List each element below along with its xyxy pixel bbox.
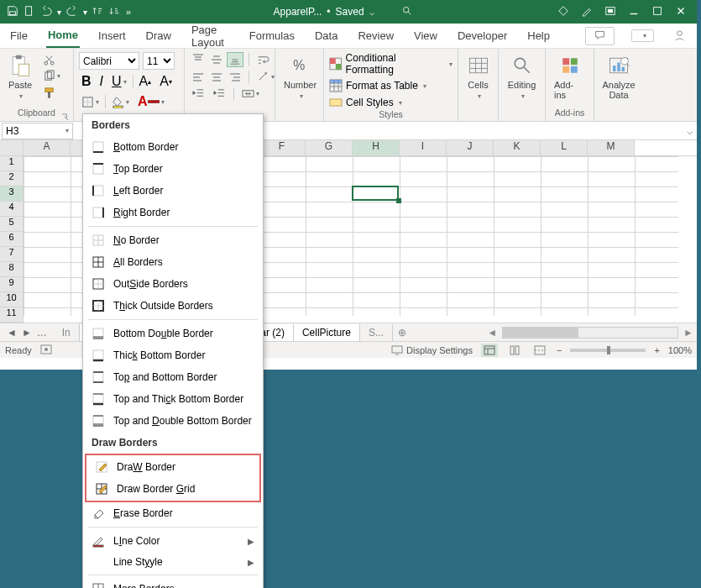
account-icon[interactable] (671, 29, 688, 43)
row-header-3[interactable]: 3 (0, 186, 24, 202)
cell-styles-button[interactable]: Cell Styles▾ (329, 96, 453, 109)
maximize-button[interactable] (651, 5, 663, 19)
menu-line-color[interactable]: LIne Color▶ (83, 530, 263, 552)
selected-cell[interactable] (352, 186, 399, 201)
tab-insert[interactable]: Insert (97, 24, 128, 47)
sheet-tab-partial-left[interactable]: In (54, 324, 80, 341)
tab-formulas[interactable]: Formulas (248, 24, 296, 47)
number-format-button[interactable]: % Number▾ (280, 52, 320, 102)
sheet-nav-more[interactable]: … (37, 327, 47, 339)
row-header-5[interactable]: 5 (0, 217, 24, 232)
align-top[interactable] (190, 52, 207, 67)
format-painter-button[interactable] (40, 86, 63, 100)
zoom-level[interactable]: 100% (668, 345, 692, 355)
align-bottom[interactable] (227, 52, 243, 67)
analyze-data-button[interactable]: Analyze Data (599, 52, 638, 102)
col-header-I[interactable]: I (400, 140, 447, 155)
comments-button[interactable] (585, 27, 615, 45)
menu-right-border[interactable]: Right Border (83, 202, 263, 223)
saved-status-chevron-icon[interactable]: ⌵ (369, 8, 374, 17)
sort-asc-icon[interactable] (92, 5, 104, 19)
fill-handle[interactable] (396, 198, 401, 203)
formula-bar-expand[interactable]: ⌵ (682, 125, 697, 137)
redo-split-icon[interactable]: ▾ (83, 8, 87, 17)
cells-button[interactable]: Cells▾ (463, 52, 493, 102)
col-header-L[interactable]: L (541, 140, 588, 155)
menu-more-borders[interactable]: More Borders... (83, 578, 263, 588)
row-header-2[interactable]: 2 (0, 171, 24, 186)
row-header-9[interactable]: 9 (0, 277, 24, 292)
tab-file[interactable]: File (8, 24, 29, 47)
menu-top-and-double-bottom-border[interactable]: Top and Double Bottom Border (83, 410, 263, 432)
new-icon[interactable] (24, 5, 35, 19)
borders-button[interactable]: ▾ (79, 95, 102, 109)
wrap-text-button[interactable] (254, 53, 272, 67)
menu-erase-border[interactable]: Erase Border (83, 502, 263, 524)
col-header-K[interactable]: K (494, 140, 541, 155)
tab-draw[interactable]: Draw (144, 24, 173, 47)
app-icon[interactable] (604, 5, 616, 19)
menu-top-and-thick-bottom-border[interactable]: Top and Thick Bottom Border (83, 388, 263, 410)
underline-button[interactable]: U▾ (109, 73, 129, 90)
menu-thick-outside-borders[interactable]: Thick Outside Borders (83, 295, 263, 317)
minimize-button[interactable] (628, 5, 640, 19)
hscroll-track[interactable] (502, 327, 678, 339)
merge-button[interactable]: ▾ (239, 87, 262, 101)
paste-button[interactable]: Paste▾ (5, 52, 35, 102)
font-name-select[interactable]: Calibri (79, 52, 139, 70)
select-all-corner[interactable] (0, 140, 24, 155)
menu-thick-bottom-border[interactable]: Thick Bottom Border (83, 344, 263, 366)
tab-review[interactable]: Review (356, 24, 395, 47)
menu-line-style[interactable]: Line Styyle▶ (83, 552, 263, 572)
name-box[interactable]: H3▾ (2, 123, 73, 139)
conditional-formatting-button[interactable]: Conditional Formatting▾ (329, 52, 453, 76)
share-button[interactable]: ▾ (631, 29, 654, 42)
tab-developer[interactable]: Developer (456, 24, 509, 47)
qat-overflow-icon[interactable]: » (126, 7, 131, 17)
row-header-8[interactable]: 8 (0, 262, 24, 277)
increase-font-button[interactable]: A▴ (137, 73, 154, 90)
menu-top-border[interactable]: Top Border (83, 158, 263, 180)
menu-outside-borders[interactable]: OutSide Borders (83, 273, 263, 295)
undo-icon[interactable] (40, 5, 52, 19)
col-header-M[interactable]: M (588, 140, 635, 155)
decrease-indent[interactable] (190, 87, 207, 101)
fill-color-button[interactable]: ▾ (109, 95, 132, 109)
font-color-button[interactable]: A▾ (135, 93, 167, 110)
row-header-4[interactable]: 4 (0, 202, 24, 217)
tab-help[interactable]: Help (526, 24, 552, 47)
row-header-7[interactable]: 7 (0, 247, 24, 262)
menu-draw-border[interactable]: DraW Border (86, 456, 259, 478)
menu-bottom-border[interactable]: Bottom Border (83, 136, 263, 158)
bold-button[interactable]: B (79, 73, 94, 90)
clipboard-launcher[interactable] (61, 109, 71, 119)
col-header-H[interactable]: H (353, 140, 400, 155)
sheet-add-button[interactable]: ⊕ (393, 327, 411, 339)
col-header-A[interactable]: A (24, 140, 71, 155)
row-header-11[interactable]: 11 (0, 307, 24, 323)
copy-button[interactable]: ▾ (40, 69, 63, 83)
increase-indent[interactable] (211, 87, 228, 101)
macro-record-icon[interactable] (40, 344, 52, 356)
zoom-slider-thumb[interactable] (607, 346, 610, 354)
align-middle[interactable] (208, 52, 225, 67)
sheet-tab[interactable]: CellPicture (294, 324, 360, 341)
saved-status[interactable]: Saved (336, 6, 364, 18)
view-page-break-button[interactable] (531, 344, 548, 357)
row-header-10[interactable]: 10 (0, 292, 24, 307)
menu-top-and-bottom-border[interactable]: Top and Bottom Border (83, 366, 263, 388)
sheet-nav-next[interactable]: ► (22, 327, 32, 339)
row-header-6[interactable]: 6 (0, 232, 24, 247)
sheet-tab-partial-right[interactable]: S... (360, 324, 393, 341)
editing-button[interactable]: Editing▾ (504, 52, 540, 102)
menu-all-borders[interactable]: All Borders (83, 251, 263, 273)
hscroll-right[interactable]: ► (683, 327, 693, 339)
sheet-nav-prev[interactable]: ◄ (7, 327, 17, 339)
col-header-J[interactable]: J (447, 140, 494, 155)
menu-draw-border-grid[interactable]: Draw Border Grid (86, 478, 259, 500)
undo-split-icon[interactable]: ▾ (57, 8, 61, 17)
view-normal-button[interactable] (481, 344, 498, 357)
format-as-table-button[interactable]: Format as Table▾ (329, 79, 453, 92)
tab-data[interactable]: Data (313, 24, 339, 47)
diamond-icon[interactable] (557, 5, 569, 19)
